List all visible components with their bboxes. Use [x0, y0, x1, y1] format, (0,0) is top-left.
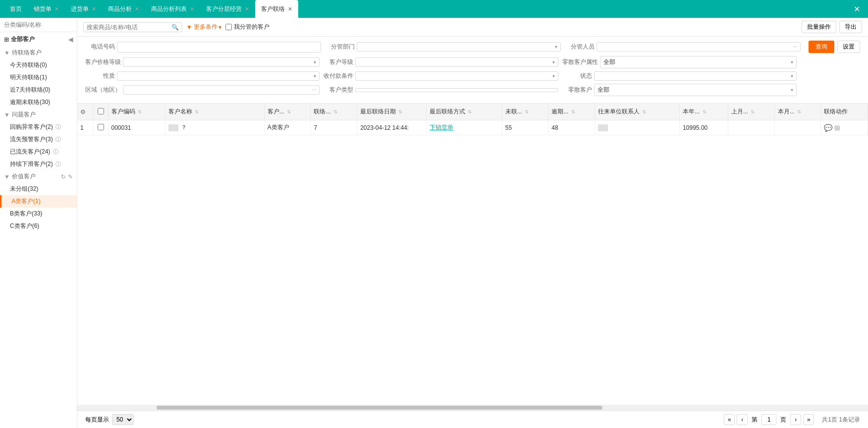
close-product-analysis-list[interactable]: ✕ [190, 6, 194, 12]
td-last-method: 下销货单 [427, 120, 502, 135]
nav-customer-segmentation[interactable]: 客户分层经营 ✕ [200, 0, 255, 18]
filter-search-input[interactable] [87, 24, 171, 31]
sort-contact[interactable]: ⇅ [333, 109, 337, 114]
customer-level-select[interactable]: ▾ [355, 57, 558, 67]
my-customers-checkbox-area[interactable]: 我分管的客户 [225, 23, 270, 31]
close-purchase-order[interactable]: ✕ [92, 6, 96, 12]
sort-year[interactable]: ⇅ [703, 109, 706, 114]
all-customers-header[interactable]: ⊞ 全部客户 ◀ [0, 32, 77, 47]
region-arrow: ··· [312, 87, 316, 93]
sidebar-item-churn-warning[interactable]: 流失预警客户(3) ⓘ [0, 133, 77, 146]
level-arrow: ▾ [552, 59, 555, 65]
window-close-button[interactable]: ✕ [850, 4, 864, 14]
qr-icon[interactable]: ⊞ [834, 124, 840, 132]
price-level-select[interactable]: ▾ [123, 57, 320, 67]
sidebar-item-tomorrow[interactable]: 明天待联络(1) [0, 71, 77, 84]
page-number-input[interactable] [761, 414, 776, 425]
next-page-btn[interactable]: › [790, 414, 801, 425]
row-checkbox[interactable] [98, 124, 104, 130]
sort-category[interactable]: ⇅ [287, 109, 291, 114]
sidebar-item-declining[interactable]: 持续下滑客户(2) ⓘ [0, 158, 77, 170]
nav-home[interactable]: 首页 [4, 0, 28, 18]
sidebar-item-7days[interactable]: 近7天待联络(0) [0, 84, 77, 96]
close-customer-segmentation[interactable]: ✕ [245, 6, 249, 12]
more-conditions-btn[interactable]: ▼ 更多条件 ▾ [186, 23, 221, 31]
sidebar-item-today[interactable]: 今天待联络(0) [0, 59, 77, 71]
edit-icon[interactable]: ✎ [68, 173, 73, 180]
sidebar-item-churned[interactable]: 已流失客户(24) ⓘ [0, 146, 77, 158]
table-settings-icon[interactable]: ⚙ [80, 108, 86, 115]
th-last-contact-method: 最后联络方式 ⇅ [427, 104, 502, 120]
close-sales-order[interactable]: ✕ [54, 6, 59, 12]
person-select[interactable]: ··· [597, 42, 801, 52]
region-select[interactable]: ··· [123, 85, 320, 95]
batch-op-button[interactable]: 批量操作 [802, 21, 836, 33]
sort-unit[interactable]: ⇅ [642, 109, 646, 114]
nav-product-analysis[interactable]: 商品分析 ✕ [102, 0, 145, 18]
filter-region: 区域（地区） ··· [85, 85, 320, 95]
group-pending-contact[interactable]: ▼ 待联络客户 [0, 47, 77, 59]
sidebar-collapse-icon[interactable]: ◀ [68, 36, 73, 43]
chat-icon[interactable]: 💬 [824, 124, 832, 132]
th-no-contact: 未联... ⇅ [502, 104, 548, 120]
sidebar-search-input[interactable] [4, 21, 77, 28]
filter-payment: 收付款条件 ▾ [324, 71, 558, 81]
dept-select[interactable]: ▾ [357, 42, 561, 52]
sort-no-contact[interactable]: ⇅ [525, 109, 529, 114]
retail-customer-arrow: ▾ [791, 87, 793, 93]
sort-last-month[interactable]: ⇅ [751, 109, 755, 114]
retail-attr-select[interactable]: 全部 ▾ [600, 56, 797, 68]
customer-type-select[interactable] [355, 88, 558, 92]
my-customers-checkbox[interactable] [225, 24, 232, 30]
sidebar-item-class-b[interactable]: B类客户(33) [0, 208, 77, 220]
filter-retail-attr: 零散客户属性 全部 ▾ [562, 56, 797, 68]
sort-overdue[interactable]: ⇅ [571, 109, 575, 114]
phone-input[interactable] [117, 42, 321, 53]
filter-customer-type: 客户类型 [324, 86, 558, 94]
payment-select[interactable]: ▾ [355, 71, 558, 81]
group-problem-customers[interactable]: ▼ 问题客户 [0, 108, 77, 121]
select-all-checkbox[interactable] [98, 108, 104, 114]
query-button[interactable]: 查询 [809, 41, 834, 53]
retail-customer-select[interactable]: 全部 ▾ [594, 84, 797, 96]
main-layout: 🔍 ⊞ 全部客户 ◀ ▼ 待联络客户 今天待联络(0) 明天待联络(1) 近7天… [0, 18, 868, 428]
nature-select[interactable]: ▾ [117, 71, 320, 81]
filter-search-icon[interactable]: 🔍 [171, 24, 179, 31]
filter-price-level: 客户价格等级 ▾ [85, 57, 320, 67]
sort-name[interactable]: ⇅ [195, 109, 199, 114]
export-button[interactable]: 导出 [839, 21, 862, 33]
nav-customer-contact[interactable]: 客户联络 ✕ [255, 0, 298, 18]
page-size-dropdown[interactable]: 50 [112, 414, 134, 425]
sidebar-item-class-c[interactable]: C类客户(6) [0, 220, 77, 232]
last-method-link[interactable]: 下销货单 [430, 124, 453, 131]
settings-button[interactable]: 设置 [837, 41, 860, 53]
nav-sales-order[interactable]: 销货单 ✕ [28, 0, 65, 18]
td-checkbox [93, 120, 108, 135]
group-value-customers[interactable]: ▼ 价值客户 ↻ ✎ [0, 170, 77, 183]
horizontal-scrollbar[interactable] [77, 405, 868, 411]
sort-code[interactable]: ⇅ [138, 109, 142, 114]
filter-row-3: 性质 ▾ 收付款条件 ▾ 状态 [85, 71, 860, 81]
row-actions-container: 💬 ⊞ [824, 124, 865, 132]
sort-date[interactable]: ⇅ [398, 109, 402, 114]
scroll-thumb [157, 406, 602, 410]
th-unit-contacts: 往来单位联系人 ⇅ [595, 104, 679, 120]
nav-product-analysis-list[interactable]: 商品分析列表 ✕ [145, 0, 200, 18]
last-page-btn[interactable]: » [803, 414, 814, 425]
refresh-icon[interactable]: ↻ [61, 173, 66, 180]
close-customer-contact[interactable]: ✕ [288, 6, 292, 12]
sort-this-month[interactable]: ⇅ [797, 109, 801, 114]
nav-purchase-order[interactable]: 进货单 ✕ [65, 0, 102, 18]
close-product-analysis[interactable]: ✕ [135, 6, 139, 12]
first-page-btn[interactable]: « [724, 414, 735, 425]
sidebar-item-repurchase-abnormal[interactable]: 回购异常客户(2) ⓘ [0, 121, 77, 133]
prev-page-btn[interactable]: ‹ [737, 414, 748, 425]
arrow-value: ▼ [4, 173, 10, 180]
status-select[interactable]: ▾ [594, 71, 797, 81]
status-arrow: ▾ [791, 73, 793, 79]
sidebar-item-overdue[interactable]: 逾期未联络(30) [0, 96, 77, 108]
sidebar-item-class-a[interactable]: A类客户(1) [0, 195, 77, 208]
th-code: 客户编码 ⇅ [108, 104, 165, 120]
sort-method[interactable]: ⇅ [468, 109, 472, 114]
sidebar-item-unclassified[interactable]: 未分组(32) [0, 183, 77, 195]
